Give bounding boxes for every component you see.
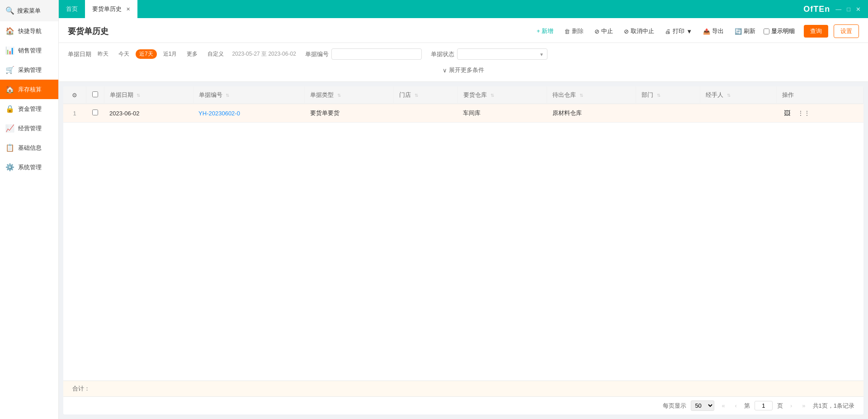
handler-sort-icon[interactable]: ⇅ [727, 93, 731, 98]
expand-more-btn[interactable]: ∨ 展开更多条件 [68, 64, 859, 76]
export-icon: 📤 [703, 28, 710, 35]
search-icon: 🔍 [5, 6, 14, 15]
pagination-bar: 每页显示 50 20 100 « ‹ 第 页 › » 共1页，1条记录 [63, 396, 863, 414]
sidebar-item-system-mgmt[interactable]: ⚙️ 系统管理 [0, 157, 58, 177]
delete-button[interactable]: 🗑 删除 [561, 25, 586, 37]
sidebar-item-purchase-mgmt[interactable]: 🛒 采购管理 [0, 60, 58, 80]
close-btn[interactable]: ✕ [856, 6, 861, 13]
refresh-button[interactable]: 🔄 刷新 [732, 25, 758, 37]
nav-right-controls: OfTEn — □ ✕ [803, 5, 868, 14]
doc-no-input[interactable] [331, 48, 422, 60]
page-title: 要货单历史 [68, 26, 108, 37]
doc-no-link[interactable]: YH-20230602-0 [198, 110, 240, 117]
table-footer: 合计： [63, 381, 863, 396]
row-index: 1 [63, 104, 86, 123]
prev-page-btn[interactable]: ‹ [732, 401, 740, 410]
department-sort-icon[interactable]: ⇅ [657, 93, 660, 98]
last-page-btn[interactable]: » [799, 401, 808, 410]
page-input[interactable] [755, 401, 773, 410]
minimize-btn[interactable]: — [835, 6, 841, 13]
col-department: 部门 ⇅ [636, 86, 700, 104]
doc-no-sort-icon[interactable]: ⇅ [226, 93, 229, 98]
sales-icon: 📊 [5, 46, 14, 55]
date-opt-today[interactable]: 今天 [115, 49, 133, 59]
sidebar-item-label: 系统管理 [18, 163, 42, 171]
sidebar-item-search-menu[interactable]: 🔍 搜索菜单 [0, 0, 58, 21]
delete-icon: 🗑 [564, 28, 570, 35]
table-area: ⚙ 单据日期 ⇅ 单据编号 ⇅ [63, 86, 863, 414]
col-handler: 经手人 ⇅ [700, 86, 776, 104]
settings-gear-icon[interactable]: ⚙ [72, 92, 77, 99]
col-store: 门店 ⇅ [394, 86, 458, 104]
store-sort-icon[interactable]: ⇅ [415, 93, 418, 98]
maximize-btn[interactable]: □ [847, 6, 850, 13]
sidebar-item-label: 基础信息 [18, 144, 42, 152]
sidebar-item-inventory-calc[interactable]: 🏠 库存核算 [0, 80, 58, 99]
settings-button[interactable]: 设置 [834, 24, 859, 38]
suspend-button[interactable]: ⊘ 中止 [592, 25, 616, 37]
nav-tabs: 首页 要货单历史 ✕ [59, 0, 137, 18]
print-button[interactable]: 🖨 打印 ▼ [662, 25, 695, 37]
nav-tab-home[interactable]: 首页 [59, 0, 85, 18]
print-chevron-icon: ▼ [686, 28, 692, 35]
suspend-icon: ⊘ [594, 28, 599, 35]
row-req-warehouse: 车间库 [458, 104, 547, 123]
show-detail-checkbox-group[interactable]: 显示明细 [764, 27, 795, 35]
date-opt-custom[interactable]: 自定义 [204, 49, 227, 59]
per-page-select[interactable]: 50 20 100 [691, 400, 714, 411]
date-opt-yesterday[interactable]: 昨天 [94, 49, 112, 59]
operations-icon: 📈 [5, 124, 14, 133]
page-label: 第 [744, 402, 750, 410]
page-title-row: 要货单历史 + 新增 🗑 删除 ⊘ 中止 ⊘ 取消中止 [68, 24, 859, 38]
doc-date-sort-icon[interactable]: ⇅ [137, 93, 140, 98]
pending-warehouse-sort-icon[interactable]: ⇅ [580, 93, 583, 98]
content-wrapper: 要货单历史 + 新增 🗑 删除 ⊘ 中止 ⊘ 取消中止 [59, 18, 868, 419]
col-req-warehouse: 要货仓库 ⇅ [458, 86, 547, 104]
row-department [636, 104, 700, 123]
nav-tab-requisition-history[interactable]: 要货单历史 ✕ [85, 0, 137, 18]
row-checkbox-cell [86, 104, 104, 123]
cancel-suspend-icon: ⊘ [624, 28, 629, 35]
main-area: 首页 要货单历史 ✕ OfTEn — □ ✕ 要货单历史 + 新增 🗑 [59, 0, 868, 419]
next-page-btn[interactable]: › [788, 401, 795, 410]
often-logo: OfTEn [803, 5, 830, 14]
row-checkbox[interactable] [92, 110, 98, 115]
select-all-checkbox[interactable] [92, 91, 98, 97]
date-opt-more[interactable]: 更多 [183, 49, 201, 59]
filter-row: 单据日期 昨天 今天 近7天 近1月 更多 自定义 2023-05-27 至 2… [68, 48, 859, 60]
first-page-btn[interactable]: « [719, 401, 727, 410]
sidebar-item-sales-mgmt[interactable]: 📊 销售管理 [0, 41, 58, 60]
base-info-icon: 📋 [5, 143, 14, 152]
sidebar-item-operations-mgmt[interactable]: 📈 经营管理 [0, 119, 58, 138]
sidebar-item-finance-mgmt[interactable]: 🔒 资金管理 [0, 99, 58, 119]
new-button[interactable]: + 新增 [534, 25, 556, 37]
col-checkbox [86, 86, 104, 104]
sidebar-item-label: 资金管理 [18, 105, 42, 113]
export-button[interactable]: 📤 导出 [700, 25, 726, 37]
table-row: 1 2023-06-02 YH-20230602-0 要货单要货 车间库 [63, 104, 863, 123]
filter-area: 单据日期 昨天 今天 近7天 近1月 更多 自定义 2023-05-27 至 2… [59, 43, 868, 82]
table-body: 1 2023-06-02 YH-20230602-0 要货单要货 车间库 [63, 104, 863, 123]
show-detail-checkbox[interactable] [764, 29, 769, 34]
sidebar-item-label: 库存核算 [18, 86, 42, 94]
doc-type-sort-icon[interactable]: ⇅ [337, 93, 341, 98]
sidebar-item-label: 搜索菜单 [17, 7, 41, 15]
refresh-icon: 🔄 [735, 28, 742, 35]
date-opt-last7days[interactable]: 近7天 [136, 49, 157, 59]
nav-tab-close-icon[interactable]: ✕ [126, 6, 130, 12]
sidebar-item-base-info[interactable]: 📋 基础信息 [0, 138, 58, 157]
finance-icon: 🔒 [5, 105, 14, 113]
table-scroll[interactable]: ⚙ 单据日期 ⇅ 单据编号 ⇅ [63, 86, 863, 381]
expand-label: 展开更多条件 [449, 66, 484, 74]
sidebar-item-quick-nav[interactable]: 🏠 快捷导航 [0, 21, 58, 41]
view-action-icon[interactable]: 🖼 [782, 109, 792, 118]
status-select[interactable] [457, 48, 547, 60]
date-opt-last1month[interactable]: 近1月 [160, 49, 181, 59]
query-button[interactable]: 查询 [804, 25, 828, 38]
status-label: 单据状态 [431, 50, 454, 58]
req-warehouse-sort-icon[interactable]: ⇅ [491, 93, 494, 98]
status-filter-group: 单据状态 [431, 48, 547, 60]
col-settings[interactable]: ⚙ [63, 86, 86, 104]
edit-action-icon[interactable]: ⋮⋮ [796, 109, 812, 118]
cancel-suspend-button[interactable]: ⊘ 取消中止 [621, 25, 657, 37]
